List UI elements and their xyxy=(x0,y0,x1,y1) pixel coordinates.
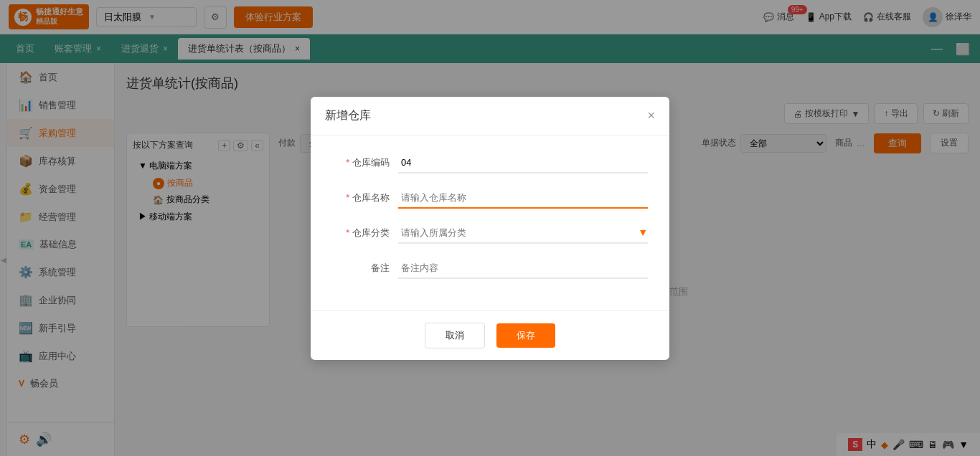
modal-footer: 取消 保存 xyxy=(311,310,669,360)
name-input[interactable] xyxy=(398,188,648,209)
form-row-category: 仓库分类 ▼ xyxy=(332,223,648,244)
modal-title: 新增仓库 xyxy=(325,108,371,123)
new-warehouse-modal: 新增仓库 × 仓库编码 仓库名称 仓库分类 ▼ xyxy=(311,97,669,360)
cancel-button[interactable]: 取消 xyxy=(425,323,485,348)
save-button[interactable]: 保存 xyxy=(496,323,555,348)
modal-overlay[interactable]: 新增仓库 × 仓库编码 仓库名称 仓库分类 ▼ xyxy=(0,0,980,456)
category-input[interactable] xyxy=(398,223,638,242)
modal-body: 仓库编码 仓库名称 仓库分类 ▼ 备注 xyxy=(311,136,669,310)
form-row-note: 备注 xyxy=(332,258,648,279)
category-label: 仓库分类 xyxy=(332,227,390,239)
category-dropdown-icon[interactable]: ▼ xyxy=(638,227,648,238)
modal-close-icon[interactable]: × xyxy=(647,108,655,123)
note-input[interactable] xyxy=(398,258,648,279)
code-label: 仓库编码 xyxy=(332,156,390,169)
form-row-code: 仓库编码 xyxy=(332,153,648,174)
note-label: 备注 xyxy=(332,262,390,275)
category-select-wrapper: ▼ xyxy=(398,223,648,244)
modal-header: 新增仓库 × xyxy=(311,97,669,136)
code-input[interactable] xyxy=(398,153,648,174)
form-row-name: 仓库名称 xyxy=(332,188,648,209)
name-label: 仓库名称 xyxy=(332,191,390,204)
